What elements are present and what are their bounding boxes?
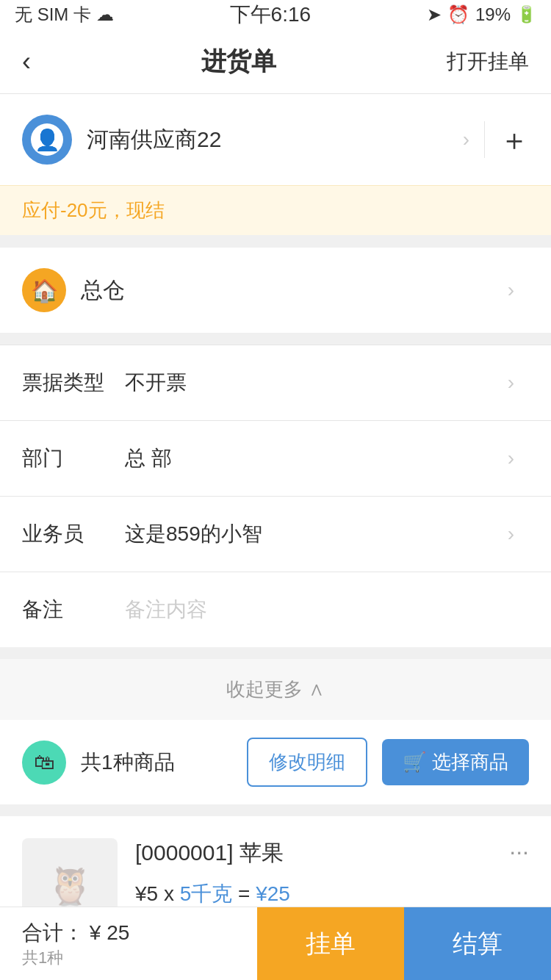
add-supplier-button[interactable]: ＋: [500, 120, 529, 160]
product-more-button[interactable]: ···: [509, 838, 529, 865]
total-amount: ¥ 25: [90, 921, 130, 944]
department-value: 总 部: [125, 444, 508, 472]
department-label: 部门: [22, 444, 125, 472]
notice-bar: 应付-20元，现结: [0, 185, 551, 235]
location-icon: ➤: [427, 4, 442, 25]
salesperson-value: 这是859的小智: [125, 520, 508, 548]
footer: 合计： ¥ 25 共1种 挂单 结算: [0, 907, 551, 980]
supplier-name: 河南供应商22: [87, 125, 463, 155]
invoice-type-label: 票据类型: [22, 369, 125, 397]
edit-detail-button[interactable]: 修改明细: [247, 738, 367, 787]
remark-label: 备注: [22, 596, 125, 624]
total-label: 合计：: [22, 921, 84, 944]
warehouse-section: 🏠 总仓 ›: [0, 247, 551, 333]
products-icon: 🛍: [22, 741, 66, 785]
supplier-chevron-icon: ›: [463, 128, 469, 151]
main-content: 👤 河南供应商22 › ＋ 应付-20元，现结 🏠 总仓 › 票据类型 不开票 …: [0, 94, 551, 980]
product-total: ¥25: [256, 882, 290, 905]
status-time: 下午6:16: [230, 1, 311, 29]
open-hang-button[interactable]: 打开挂单: [447, 48, 529, 76]
product-count-text: 共1种商品: [81, 749, 232, 777]
product-title: 苹果: [240, 840, 284, 865]
supplier-row[interactable]: 👤 河南供应商22 › ＋: [0, 94, 551, 185]
warehouse-row[interactable]: 🏠 总仓 ›: [0, 247, 551, 333]
alarm-icon: ⏰: [447, 4, 469, 25]
product-price-row: ¥5 x 5千克 = ¥25: [135, 880, 491, 908]
invoice-type-value: 不开票: [125, 369, 508, 397]
collapse-button[interactable]: 收起更多 ∧: [0, 659, 551, 720]
price-equals: =: [238, 882, 256, 905]
products-header: 🛍 共1种商品 修改明细 🛒 选择商品: [0, 720, 551, 804]
form-section: 票据类型 不开票 › 部门 总 部 › 业务员 这是859的小智 › 备注 备注…: [0, 345, 551, 647]
owl-icon: 🦉: [47, 865, 93, 907]
product-quantity: 5千克: [180, 882, 233, 905]
products-section: 🛍 共1种商品 修改明细 🛒 选择商品: [0, 720, 551, 804]
avatar-icon: 👤: [31, 123, 63, 156]
remark-placeholder: 备注内容: [125, 596, 529, 624]
warehouse-icon: 🏠: [22, 268, 66, 312]
back-button[interactable]: ‹: [22, 46, 31, 77]
product-id: [0000001]: [135, 840, 233, 865]
supplier-section: 👤 河南供应商22 › ＋ 应付-20元，现结: [0, 94, 551, 235]
status-bar: 无 SIM 卡 ☁ 下午6:16 ➤ ⏰ 19% 🔋: [0, 0, 551, 29]
select-product-button[interactable]: 🛒 选择商品: [382, 739, 529, 785]
nav-bar: ‹ 进货单 打开挂单: [0, 29, 551, 94]
footer-total: 合计： ¥ 25 共1种: [0, 919, 257, 969]
page-title: 进货单: [201, 45, 276, 79]
department-row[interactable]: 部门 总 部 ›: [0, 420, 551, 496]
warehouse-name: 总仓: [81, 275, 508, 306]
supplier-avatar: 👤: [22, 115, 72, 165]
bag-icon: 🛍: [34, 750, 54, 774]
status-left: 无 SIM 卡 ☁: [15, 3, 114, 26]
cart-icon: 🛒: [403, 751, 426, 774]
product-info: [0000001] 苹果 ¥5 x 5千克 = ¥25: [135, 838, 491, 908]
salesperson-row[interactable]: 业务员 这是859的小智 ›: [0, 496, 551, 572]
product-name: [0000001] 苹果: [135, 838, 491, 868]
footer-total-row: 合计： ¥ 25: [22, 919, 235, 947]
warehouse-emoji: 🏠: [31, 278, 58, 303]
footer-count: 共1种: [22, 947, 235, 969]
price-multiply: x: [164, 882, 180, 905]
battery-text: 19%: [475, 4, 511, 25]
checkout-button[interactable]: 结算: [404, 907, 551, 981]
product-unit-price: ¥5: [135, 882, 158, 905]
salesperson-chevron-icon: ›: [508, 522, 514, 546]
status-right: ➤ ⏰ 19% 🔋: [427, 4, 536, 25]
invoice-type-chevron-icon: ›: [508, 371, 514, 394]
salesperson-label: 业务员: [22, 520, 125, 548]
warehouse-chevron-icon: ›: [508, 278, 514, 302]
remark-row[interactable]: 备注 备注内容: [0, 572, 551, 647]
hang-button[interactable]: 挂单: [257, 907, 404, 981]
vertical-divider: [484, 121, 485, 158]
battery-icon: 🔋: [516, 5, 536, 24]
invoice-type-row[interactable]: 票据类型 不开票 ›: [0, 345, 551, 420]
signal-text: 无 SIM 卡 ☁: [15, 3, 114, 26]
department-chevron-icon: ›: [508, 447, 514, 470]
select-product-label: 选择商品: [432, 749, 508, 775]
